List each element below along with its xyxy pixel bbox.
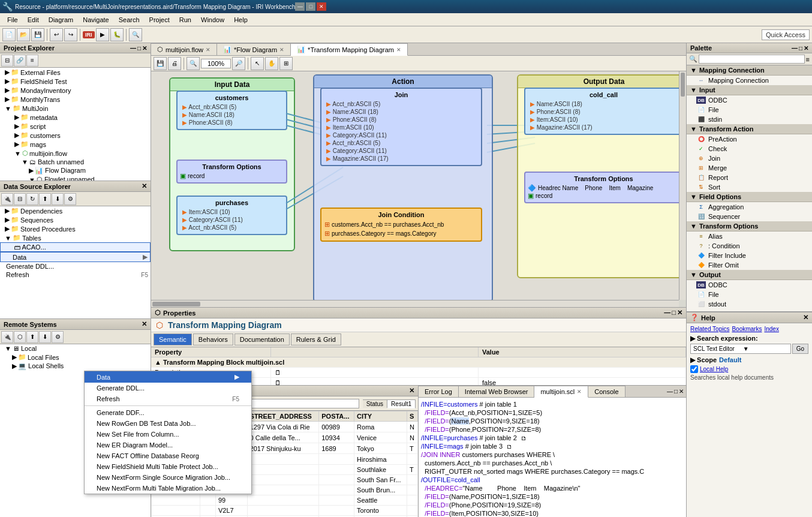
palette-item-sequencer[interactable]: 🔢 Sequencer xyxy=(687,212,812,221)
ctx-new-er-diagram[interactable]: New ER Diagram Model... xyxy=(85,440,251,450)
tab-web-browser[interactable]: Internal Web Browser xyxy=(459,386,535,397)
menu-window[interactable]: Window xyxy=(196,15,229,25)
dse-btn4[interactable]: ⬆ xyxy=(39,193,51,205)
tree-external-files[interactable]: ▶📁 External Files xyxy=(0,68,151,77)
menu-navigate[interactable]: Navigate xyxy=(78,15,113,25)
scope-value[interactable]: Default xyxy=(719,356,741,364)
tab-documentation[interactable]: Documentation xyxy=(234,333,290,345)
palette-item-merge[interactable]: ⊞ Merge xyxy=(687,163,812,173)
palette-item-report[interactable]: 📋 Report xyxy=(687,173,812,182)
tree-multijoin[interactable]: ▼📁 MultiJoin xyxy=(0,104,151,113)
tab-status[interactable]: Status xyxy=(363,399,387,408)
tree-table-data[interactable]: Data▶ xyxy=(0,252,151,262)
dse-btn5[interactable]: ⬇ xyxy=(52,193,64,205)
tree-customers[interactable]: ▶📁 customers xyxy=(0,131,151,140)
zoom-level[interactable]: 100% xyxy=(201,59,231,68)
maximize-button[interactable]: □ xyxy=(306,2,315,11)
tree-local[interactable]: ▼🖥 Local xyxy=(0,344,151,353)
tree-refresh[interactable]: RefreshF5 xyxy=(0,270,151,279)
palette-item-stdout[interactable]: ⬜ stdout xyxy=(687,299,812,309)
tab-behaviors[interactable]: Behaviors xyxy=(193,333,233,345)
close-button[interactable]: ✕ xyxy=(317,2,326,11)
ctx-new-nextform-single[interactable]: New NextForm Single Source Migration Job… xyxy=(85,472,251,483)
menu-help[interactable]: Help xyxy=(229,15,252,25)
tab-result1[interactable]: Result1 xyxy=(387,399,416,408)
dse-tree[interactable]: ▶📁 Dependencies ▶📁 Sequences ▶📁 Stored P… xyxy=(0,206,151,318)
tab-rulers-grid[interactable]: Rulers & Grid xyxy=(291,333,341,345)
tab-flow-diagram[interactable]: 📊 *Flow Diagram ✕ xyxy=(217,43,291,55)
pe-maximize[interactable]: □ xyxy=(137,45,141,52)
transform-options-input[interactable]: Transform Options ▣ record xyxy=(176,160,287,184)
menu-search[interactable]: Search xyxy=(114,15,145,25)
ctx-generate-ddl[interactable]: Generate DDL... xyxy=(85,383,251,393)
palette-section-input-header[interactable]: ▼ Input xyxy=(687,85,812,95)
dse-btn1[interactable]: 🔌 xyxy=(1,193,13,205)
ctx-data[interactable]: Data ▶ xyxy=(85,371,251,383)
tree-monday[interactable]: ▶📁 MondayInventory xyxy=(0,86,151,95)
pe-close[interactable]: ✕ xyxy=(142,45,147,52)
palette-item-odbc-output[interactable]: DB ODBC xyxy=(687,280,812,290)
tree-local-files[interactable]: ▶📁 Local Files xyxy=(0,353,151,362)
tree-monthly[interactable]: ▶📁 MonthlyTrans xyxy=(0,95,151,104)
tab-semantic[interactable]: Semantic xyxy=(154,333,192,345)
ctx-new-nextform-multi[interactable]: New NextForm Multi Table Migration Job..… xyxy=(85,483,251,494)
toolbar-redo[interactable]: ↪ xyxy=(64,28,77,41)
tab-transform-mapping[interactable]: 📊 *Transform Mapping Diagram ✕ xyxy=(291,43,408,56)
tree-dependencies[interactable]: ▶📁 Dependencies xyxy=(0,206,151,215)
ctx-generate-ddf[interactable]: Generate DDF... xyxy=(85,407,251,418)
diag-pan[interactable]: ✋ xyxy=(265,57,278,70)
dse-btn3[interactable]: ↻ xyxy=(26,193,38,205)
rs-btn5[interactable]: ⚙ xyxy=(52,331,64,343)
tab-console[interactable]: Console xyxy=(588,386,625,397)
tree-multijoin-flow[interactable]: ▼⬡ multijoin.flow xyxy=(0,149,151,158)
palette-item-filter-omit[interactable]: 🔶 Filter Omit xyxy=(687,260,812,270)
pe-collapse-all[interactable]: ⊟ xyxy=(1,55,13,67)
palette-item-alias[interactable]: ≡ Alias xyxy=(687,232,812,241)
palette-item-stdin[interactable]: ⬛ stdin xyxy=(687,115,812,124)
diag-layout[interactable]: ⊞ xyxy=(279,57,293,70)
palette-item-sort[interactable]: ⇅ Sort xyxy=(687,182,812,192)
tree-flowlet[interactable]: ▼⬡ Flowlet unnamed xyxy=(0,175,151,181)
tab-multijoin-scl[interactable]: multijoin.scl ✕ xyxy=(534,386,588,398)
dse-btn2[interactable]: ⊟ xyxy=(14,193,26,205)
tab-close-flowdiag[interactable]: ✕ xyxy=(279,47,284,53)
diagram-canvas[interactable]: Input Data customers Acct_nb:ASCII (5) N… xyxy=(151,71,686,307)
customers-box[interactable]: customers Acct_nb:ASCII (5) Name:ASCII (… xyxy=(176,91,287,130)
related-topics-link[interactable]: Related Topics xyxy=(690,326,729,332)
log-close[interactable]: ✕ xyxy=(679,388,684,395)
rs-btn3[interactable]: ⬆ xyxy=(26,331,38,343)
tree-generate-ddl[interactable]: Generate DDL... xyxy=(0,262,151,270)
palette-section-output-header[interactable]: ▼ Output xyxy=(687,270,812,280)
tab-multijoin-flow[interactable]: ⬡ multijoin.flow ✕ xyxy=(151,43,217,55)
palette-section-fo-header[interactable]: ▼ Field Options xyxy=(687,192,812,202)
menu-project[interactable]: Project xyxy=(145,15,175,25)
search-type-select[interactable]: SCL Text Editor ▼ xyxy=(690,344,791,354)
palette-item-file-output[interactable]: 📄 File xyxy=(687,290,812,299)
tree-fieldshield[interactable]: ▶📁 FieldShield Test xyxy=(0,77,151,86)
pe-link[interactable]: 🔗 xyxy=(14,55,26,67)
palette-item-preaction[interactable]: ⭕ PreAction xyxy=(687,134,812,144)
minimize-button[interactable]: — xyxy=(295,2,305,11)
ctx-new-fact[interactable]: New FACT Offline Database Reorg xyxy=(85,450,251,461)
project-tree[interactable]: ▶📁 External Files ▶📁 FieldShield Test ▶📁… xyxy=(0,68,151,181)
sql-close[interactable]: ✕ xyxy=(409,387,414,395)
dse-btn6[interactable]: ⚙ xyxy=(64,193,76,205)
tree-script[interactable]: ▶📁 script xyxy=(0,122,151,131)
diag-print[interactable]: 🖨 xyxy=(168,57,181,70)
prop-disable-value[interactable]: false xyxy=(479,378,686,385)
join-condition-box[interactable]: Join Condition ⊞ customers.Acct_nb == pu… xyxy=(320,208,482,242)
toolbar-run[interactable]: ▶ xyxy=(96,28,109,41)
prop-desc-value[interactable] xyxy=(479,368,686,377)
tree-mags[interactable]: ▶📁 mags xyxy=(0,140,151,149)
palette-maximize[interactable]: □ xyxy=(799,45,802,52)
palette-item-condition[interactable]: ? : Condition xyxy=(687,241,812,251)
menu-run[interactable]: Run xyxy=(175,15,196,25)
palette-item-odbc-input[interactable]: DB ODBC xyxy=(687,95,812,105)
join-box[interactable]: Join Acct_nb:ASCII (5) Name:ASCII (18) P… xyxy=(320,88,482,166)
tree-batch[interactable]: ▼🗂 Batch unnamed xyxy=(0,158,151,166)
h-scrollbar[interactable] xyxy=(151,300,679,307)
rs-btn1[interactable]: 🔌 xyxy=(1,331,13,343)
prop-maximize[interactable]: □ xyxy=(672,309,676,317)
palette-item-aggregation[interactable]: Σ Aggregation xyxy=(687,202,812,212)
toolbar-debug[interactable]: 🐛 xyxy=(110,28,124,41)
